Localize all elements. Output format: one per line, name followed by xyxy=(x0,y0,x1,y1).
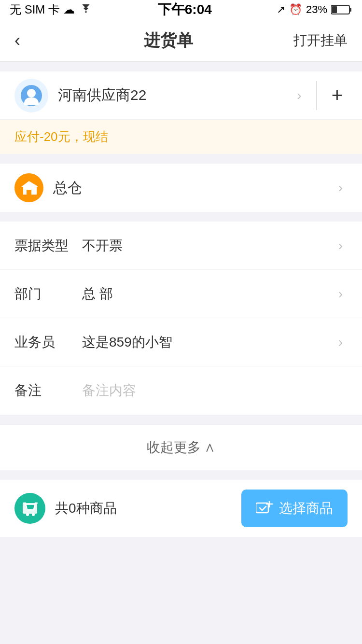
staff-chevron-icon: › xyxy=(338,335,343,350)
product-icon xyxy=(14,493,45,524)
select-product-label: 选择商品 xyxy=(279,499,333,518)
section-gap-1 xyxy=(0,62,362,71)
status-right: ↗ ⏰ 23% xyxy=(277,3,352,16)
supplier-section[interactable]: 河南供应商22 › + xyxy=(0,71,362,120)
supplier-name: 河南供应商22 xyxy=(58,85,297,105)
product-count-label: 共0种商品 xyxy=(55,499,241,518)
back-button[interactable]: ‹ xyxy=(14,30,43,51)
status-time: 下午6:04 xyxy=(158,0,212,19)
svg-point-5 xyxy=(26,513,29,516)
invoice-type-label: 票据类型 xyxy=(14,237,82,255)
battery-icon xyxy=(331,4,352,15)
bottom-bar: 共0种商品 选择商品 xyxy=(0,480,362,537)
department-value: 总 部 xyxy=(82,285,338,303)
collapse-label: 收起更多 ∧ xyxy=(147,438,216,457)
staff-value: 这是859的小智 xyxy=(82,333,338,351)
avatar-person-icon xyxy=(21,85,42,106)
notice-text: 应付-20元，现结 xyxy=(14,129,108,144)
warehouse-chevron-icon: › xyxy=(338,180,343,196)
warehouse-section[interactable]: 总仓 › xyxy=(0,164,362,212)
svg-point-6 xyxy=(32,513,35,516)
form-section: 票据类型 不开票 › 部门 总 部 › 业务员 这是859的小智 › 备注 备注… xyxy=(0,222,362,415)
supplier-add-button[interactable]: + xyxy=(327,80,348,111)
back-icon: ‹ xyxy=(14,30,20,50)
select-product-button[interactable]: 选择商品 xyxy=(241,490,348,527)
status-left: 无 SIM 卡 ☁ xyxy=(10,2,93,17)
department-chevron-icon: › xyxy=(338,286,343,302)
invoice-type-row[interactable]: 票据类型 不开票 › xyxy=(0,222,362,270)
supplier-chevron-icon: › xyxy=(297,88,301,103)
sim-label: 无 SIM 卡 ☁ xyxy=(10,2,75,17)
department-row[interactable]: 部门 总 部 › xyxy=(0,270,362,318)
invoice-type-value: 不开票 xyxy=(82,237,338,255)
staff-row[interactable]: 业务员 这是859的小智 › xyxy=(0,318,362,366)
supplier-avatar xyxy=(14,79,48,112)
remark-input[interactable]: 备注内容 xyxy=(82,381,348,400)
select-product-icon xyxy=(256,501,273,516)
warehouse-name: 总仓 xyxy=(53,178,338,198)
location-icon: ↗ xyxy=(277,3,285,16)
collapse-button[interactable]: 收起更多 ∧ xyxy=(0,424,362,470)
wifi-icon xyxy=(79,4,93,15)
remark-row[interactable]: 备注 备注内容 xyxy=(0,366,362,415)
department-label: 部门 xyxy=(14,285,82,303)
svg-rect-2 xyxy=(332,6,337,13)
notice-bar: 应付-20元，现结 xyxy=(0,120,362,154)
svg-rect-1 xyxy=(349,8,351,12)
battery-label: 23% xyxy=(306,3,327,16)
supplier-divider xyxy=(316,81,317,110)
open-pending-button[interactable]: 打开挂单 xyxy=(293,31,348,50)
bottom-space xyxy=(0,537,362,644)
cart-icon xyxy=(21,499,39,518)
status-bar: 无 SIM 卡 ☁ 下午6:04 ↗ ⏰ 23% xyxy=(0,0,362,19)
svg-rect-3 xyxy=(27,190,31,195)
warehouse-icon xyxy=(14,173,43,202)
staff-label: 业务员 xyxy=(14,333,82,351)
nav-bar: ‹ 进货单 打开挂单 xyxy=(0,19,362,62)
house-icon xyxy=(20,179,38,196)
remark-label: 备注 xyxy=(14,381,82,400)
page-title: 进货单 xyxy=(144,29,193,52)
invoice-chevron-icon: › xyxy=(338,238,343,253)
alarm-icon: ⏰ xyxy=(289,3,302,16)
